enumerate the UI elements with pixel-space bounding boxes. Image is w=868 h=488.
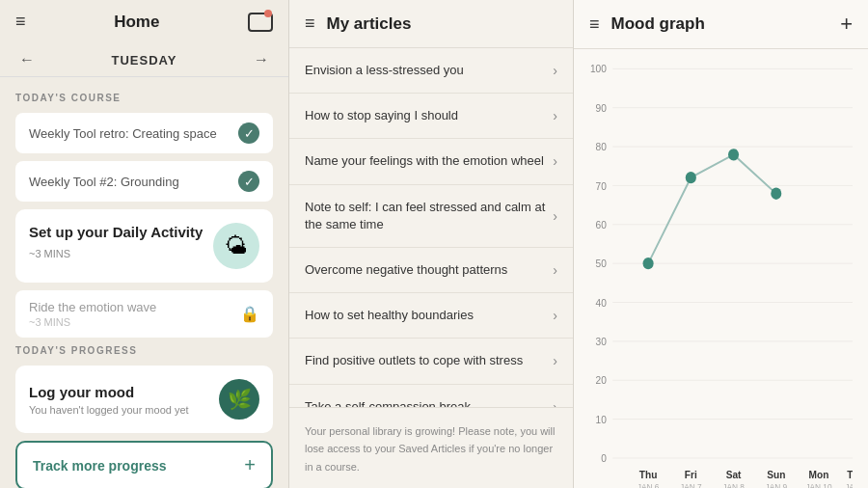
- svg-text:Fri: Fri: [685, 468, 697, 480]
- svg-text:60: 60: [596, 218, 607, 230]
- article-item-6[interactable]: How to set healthy boundaries ›: [289, 293, 573, 339]
- mood-chart-area: 100 90 80 70 60 50 40 30 20 10 0: [574, 49, 868, 488]
- svg-text:Thu: Thu: [639, 468, 658, 480]
- article-chevron-3: ›: [553, 153, 557, 169]
- article-item-8[interactable]: Take a self-compassion break ›: [289, 385, 573, 407]
- right-hamburger-icon[interactable]: ≡: [589, 14, 600, 35]
- articles-footer-text: Your personal library is growing! Please…: [305, 425, 555, 473]
- article-text-3: Name your feelings with the emotion whee…: [305, 152, 553, 170]
- articles-list: Envision a less-stressed you › How to st…: [289, 48, 573, 407]
- article-text-7: Find positive outlets to cope with stres…: [305, 352, 553, 369]
- svg-text:JAN 8: JAN 8: [722, 482, 745, 488]
- article-item-3[interactable]: Name your feelings with the emotion whee…: [289, 139, 573, 184]
- add-mood-button[interactable]: +: [840, 12, 853, 37]
- left-header: ≡ Home: [0, 0, 288, 43]
- articles-footer: Your personal library is growing! Please…: [289, 407, 573, 489]
- svg-text:Mon: Mon: [809, 468, 829, 480]
- prev-day-arrow[interactable]: ←: [19, 51, 35, 68]
- day-nav: ← TUESDAY →: [0, 43, 288, 77]
- track-btn-plus-icon: +: [244, 454, 256, 476]
- article-text-4: Note to self: I can feel stressed and ca…: [305, 199, 553, 233]
- left-content: TODAY'S COURSE Weekly Tool retro: Creati…: [0, 77, 288, 488]
- middle-header: ≡ My articles: [289, 0, 573, 48]
- mood-subtitle: You haven't logged your mood yet: [29, 404, 189, 416]
- course-item-2-text: Weekly Tool #2: Grounding: [29, 175, 179, 189]
- svg-text:70: 70: [596, 179, 607, 192]
- article-chevron-4: ›: [553, 208, 557, 224]
- svg-text:Sun: Sun: [767, 468, 785, 480]
- article-chevron-6: ›: [553, 308, 557, 323]
- activity-card[interactable]: Set up your Daily Activity ~3 MINS 🌤: [15, 209, 273, 283]
- mood-card[interactable]: Log your mood You haven't logged your mo…: [15, 366, 273, 433]
- article-chevron-2: ›: [553, 108, 557, 123]
- middle-hamburger-icon[interactable]: ≡: [305, 14, 315, 34]
- next-day-arrow[interactable]: →: [254, 51, 269, 68]
- svg-text:JAN 7: JAN 7: [680, 482, 702, 488]
- hamburger-icon[interactable]: ≡: [15, 12, 26, 32]
- middle-panel: ≡ My articles Envision a less-stressed y…: [289, 0, 574, 488]
- page-title: Home: [114, 13, 159, 32]
- data-point-thu: [643, 258, 654, 269]
- activity-icon: 🌤: [213, 223, 259, 269]
- notification-icon[interactable]: [248, 13, 273, 32]
- article-chevron-8: ›: [553, 399, 557, 407]
- svg-text:JAN 10: JAN 10: [805, 482, 831, 488]
- article-text-8: Take a self-compassion break: [305, 398, 553, 407]
- svg-text:100: 100: [590, 63, 607, 75]
- data-point-sun: [771, 188, 781, 200]
- svg-text:30: 30: [596, 335, 607, 347]
- svg-text:40: 40: [596, 296, 607, 309]
- activity-mins: ~3 MINS: [29, 248, 203, 259]
- right-header-left: ≡ Mood graph: [589, 14, 705, 35]
- svg-text:JAN: JAN: [845, 482, 853, 488]
- mood-title: Log your mood: [29, 384, 189, 400]
- article-item-5[interactable]: Overcome negative thought patterns ›: [289, 248, 573, 293]
- course-item-2[interactable]: Weekly Tool #2: Grounding ✓: [15, 161, 273, 202]
- article-item-4[interactable]: Note to self: I can feel stressed and ca…: [289, 185, 573, 248]
- mood-icon: 🌿: [219, 379, 259, 420]
- mood-card-info: Log your mood You haven't logged your mo…: [29, 384, 189, 416]
- svg-text:Tu: Tu: [847, 468, 853, 480]
- article-item-1[interactable]: Envision a less-stressed you ›: [289, 48, 573, 94]
- right-panel: ≡ Mood graph + 100 90 80 70 60 50 40 30 …: [574, 0, 868, 488]
- progress-section: TODAY'S PROGRESS Log your mood You haven…: [15, 345, 273, 488]
- progress-label: TODAY'S PROGRESS: [15, 345, 273, 356]
- check-icon-2: ✓: [238, 171, 259, 192]
- article-chevron-5: ›: [553, 262, 557, 278]
- track-btn-label: Track more progress: [33, 458, 167, 474]
- course-item-1-text: Weekly Tool retro: Creating space: [29, 126, 217, 141]
- activity-title: Set up your Daily Activity: [29, 223, 203, 242]
- svg-text:80: 80: [596, 141, 607, 153]
- svg-text:0: 0: [601, 452, 607, 465]
- current-day: TUESDAY: [112, 53, 177, 68]
- courses-label: TODAY'S COURSE: [15, 93, 273, 103]
- locked-item-info: Ride the emotion wave ~3 MINS: [29, 300, 156, 328]
- locked-title: Ride the emotion wave: [29, 300, 156, 314]
- svg-text:JAN 9: JAN 9: [765, 482, 787, 488]
- article-text-1: Envision a less-stressed you: [305, 62, 553, 79]
- svg-text:10: 10: [596, 413, 607, 425]
- data-point-fri: [686, 172, 696, 183]
- svg-text:20: 20: [596, 374, 607, 387]
- mood-graph-title: Mood graph: [611, 14, 705, 34]
- articles-title: My articles: [327, 14, 412, 34]
- article-text-2: How to stop saying I should: [305, 107, 553, 124]
- check-icon-1: ✓: [238, 122, 259, 144]
- activity-info: Set up your Daily Activity ~3 MINS: [29, 223, 203, 259]
- svg-text:50: 50: [596, 258, 607, 270]
- mood-chart-svg: 100 90 80 70 60 50 40 30 20 10 0: [582, 59, 853, 488]
- article-chevron-7: ›: [553, 353, 557, 368]
- data-point-sat: [728, 149, 739, 160]
- svg-text:Sat: Sat: [726, 468, 742, 480]
- lock-icon: 🔒: [240, 305, 259, 323]
- article-text-5: Overcome negative thought patterns: [305, 261, 553, 279]
- svg-text:90: 90: [596, 101, 607, 114]
- article-item-7[interactable]: Find positive outlets to cope with stres…: [289, 339, 573, 384]
- course-item-1[interactable]: Weekly Tool retro: Creating space ✓: [15, 113, 273, 153]
- article-chevron-1: ›: [553, 63, 557, 78]
- locked-item: Ride the emotion wave ~3 MINS 🔒: [15, 290, 273, 338]
- track-progress-button[interactable]: Track more progress +: [15, 441, 273, 488]
- article-item-2[interactable]: How to stop saying I should ›: [289, 94, 573, 139]
- right-header: ≡ Mood graph +: [574, 0, 868, 49]
- left-panel: ≡ Home ← TUESDAY → TODAY'S COURSE Weekly…: [0, 0, 289, 488]
